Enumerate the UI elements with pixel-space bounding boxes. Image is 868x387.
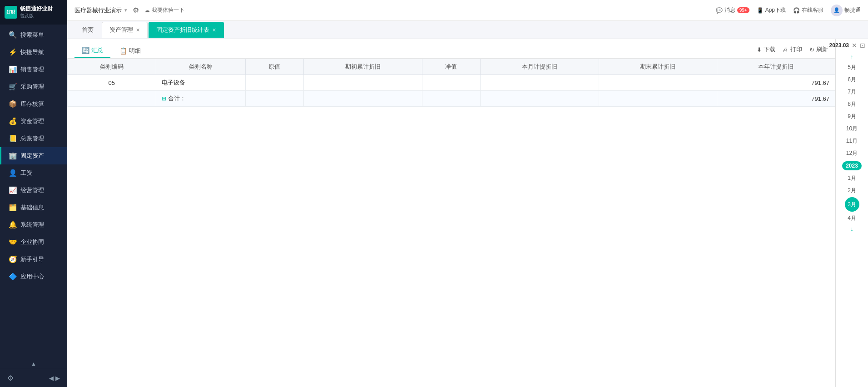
cell-net bbox=[422, 75, 481, 91]
subtotal-row: ⊞ 合计： 791.67 bbox=[68, 91, 835, 107]
sidebar-item-label: 工资 bbox=[20, 169, 32, 177]
sidebar: 好财 畅捷通好业财 普及版 🔍搜索菜单⚡快捷导航📊销售管理🛒采购管理📦库存核算💰… bbox=[0, 0, 67, 387]
content-area: 🔄 汇总 📋 明细 ⬇ 下载 🖨 打印 bbox=[67, 39, 835, 387]
settings-icon[interactable]: ⚙ bbox=[7, 374, 14, 382]
panel-close-icon[interactable]: ✕ bbox=[852, 42, 857, 49]
col-header-name: 类别名称 bbox=[156, 59, 245, 75]
app-title: 畅捷通好业财 bbox=[20, 5, 53, 13]
message-action[interactable]: 💬 消息 99+ bbox=[716, 6, 749, 14]
sidebar-item-operations[interactable]: 📈经营管理 bbox=[0, 182, 67, 199]
collapse-icon[interactable]: ◀ ▶ bbox=[49, 375, 60, 382]
inventory-icon: 📦 bbox=[9, 100, 17, 108]
sidebar-item-sales[interactable]: 📊销售管理 bbox=[0, 61, 67, 78]
app-download-action[interactable]: 📱 App下载 bbox=[757, 6, 786, 14]
summary-icon: 🔄 bbox=[82, 47, 89, 54]
top-header: 医疗器械行业演示 ▾ ⚙ ☁ 我要体验一下 💬 消息 99+ 📱 App下载 🎧… bbox=[67, 0, 868, 21]
cell-annual: 791.67 bbox=[717, 75, 835, 91]
sidebar-item-quick-nav[interactable]: ⚡快捷导航 bbox=[0, 44, 67, 61]
col-header-annual: 本年计提折旧 bbox=[717, 59, 835, 75]
app-download-label: App下载 bbox=[765, 6, 786, 14]
month-item[interactable]: 10月 bbox=[836, 123, 868, 135]
month-item[interactable]: 1月 bbox=[836, 172, 868, 184]
month-item[interactable]: 9月 bbox=[836, 110, 868, 123]
table-wrap: 类别编码 类别名称 原值 期初累计折旧 净值 本月计提折旧 期末累计折旧 本年计… bbox=[67, 59, 835, 387]
tabs-bar: 首页 资产管理 ✕ 固定资产折旧统计表 ✕ bbox=[67, 21, 868, 39]
quick-nav-icon: ⚡ bbox=[9, 48, 17, 56]
asset-tab-label: 资产管理 bbox=[109, 26, 133, 34]
sub-tab-detail[interactable]: 📋 明细 bbox=[112, 44, 148, 58]
experience-button[interactable]: ☁ 我要体验一下 bbox=[144, 6, 184, 14]
tab-asset-mgmt[interactable]: 资产管理 ✕ bbox=[102, 22, 148, 38]
sidebar-item-app-center[interactable]: 🔷应用中心 bbox=[0, 268, 67, 285]
sub-tabs: 🔄 汇总 📋 明细 ⬇ 下载 🖨 打印 bbox=[67, 39, 835, 59]
detail-label: 明细 bbox=[129, 47, 141, 55]
print-label: 打印 bbox=[790, 45, 802, 54]
sidebar-item-finance[interactable]: 💰资金管理 bbox=[0, 113, 67, 130]
print-button[interactable]: 🖨 打印 bbox=[783, 45, 802, 54]
message-label: 消息 bbox=[724, 6, 735, 14]
sidebar-item-ledger[interactable]: 📒总账管理 bbox=[0, 130, 67, 147]
col-header-end-dep: 期末累计折旧 bbox=[599, 59, 717, 75]
subtotal-end-dep bbox=[599, 91, 717, 107]
table-row: 05 电子设备 791.67 bbox=[68, 75, 835, 91]
sidebar-item-inventory[interactable]: 📦库存核算 bbox=[0, 95, 67, 113]
detail-icon: 📋 bbox=[119, 47, 127, 55]
sidebar-item-payroll[interactable]: 👤工资 bbox=[0, 164, 67, 182]
sidebar-item-purchase[interactable]: 🛒采购管理 bbox=[0, 78, 67, 95]
year-label[interactable]: 2023 bbox=[842, 161, 862, 170]
sidebar-item-basic-info[interactable]: 🗂️基础信息 bbox=[0, 199, 67, 216]
tab-home[interactable]: 首页 bbox=[74, 22, 101, 38]
user-profile[interactable]: 👤 畅捷通 bbox=[831, 5, 861, 16]
right-panel-top: 2023.03 ✕ ⊡ bbox=[836, 39, 868, 52]
subtotal-monthly bbox=[481, 91, 599, 107]
app-center-icon: 🔷 bbox=[9, 273, 17, 281]
sidebar-nav: 🔍搜索菜单⚡快捷导航📊销售管理🛒采购管理📦库存核算💰资金管理📒总账管理🏢固定资产… bbox=[0, 25, 67, 359]
customer-service-action[interactable]: 🎧 在线客服 bbox=[793, 6, 823, 14]
customer-service-label: 在线客服 bbox=[802, 6, 823, 14]
company-name: 医疗器械行业演示 bbox=[74, 6, 122, 15]
panel-scroll-up-icon[interactable]: ↑ bbox=[850, 53, 853, 60]
sub-tab-summary[interactable]: 🔄 汇总 bbox=[74, 44, 110, 58]
cell-name: 电子设备 bbox=[156, 75, 245, 91]
scroll-up-icon[interactable]: ▲ bbox=[31, 361, 36, 367]
month-item[interactable]: 12月 bbox=[836, 147, 868, 159]
month-item[interactable]: 8月 bbox=[836, 98, 868, 110]
col-header-code: 类别编码 bbox=[68, 59, 156, 75]
header-settings-icon[interactable]: ⚙ bbox=[133, 6, 139, 15]
subtotal-icon: ⊞ bbox=[162, 95, 166, 102]
sidebar-item-fixed-assets[interactable]: 🏢固定资产 bbox=[0, 147, 67, 164]
sidebar-item-enterprise[interactable]: 🤝企业协同 bbox=[0, 233, 67, 251]
right-panel-body: ↑ 5月6月7月8月9月10月11月12月20231月2月3月4月↓ bbox=[836, 52, 868, 387]
tab-depreciation-report[interactable]: 固定资产折旧统计表 ✕ bbox=[149, 22, 224, 38]
month-item[interactable]: 5月 bbox=[836, 61, 868, 74]
sidebar-item-label: 经营管理 bbox=[20, 186, 44, 194]
asset-tab-close-icon[interactable]: ✕ bbox=[136, 27, 140, 33]
month-item[interactable]: 11月 bbox=[836, 135, 868, 147]
month-item[interactable]: 4月 bbox=[836, 212, 868, 224]
guide-icon: 🧭 bbox=[9, 255, 17, 263]
depreciation-tab-label: 固定资产折旧统计表 bbox=[156, 26, 209, 34]
depreciation-table: 类别编码 类别名称 原值 期初累计折旧 净值 本月计提折旧 期末累计折旧 本年计… bbox=[67, 59, 835, 107]
sidebar-item-label: 采购管理 bbox=[20, 83, 44, 91]
company-selector[interactable]: 医疗器械行业演示 ▾ bbox=[74, 6, 127, 15]
ledger-icon: 📒 bbox=[9, 134, 17, 143]
sidebar-item-guide[interactable]: 🧭新手引导 bbox=[0, 251, 67, 268]
sidebar-item-label: 快捷导航 bbox=[20, 48, 44, 56]
sidebar-item-label: 库存核算 bbox=[20, 100, 44, 108]
refresh-button[interactable]: ↻ 刷新 bbox=[809, 45, 828, 54]
sidebar-item-search[interactable]: 🔍搜索菜单 bbox=[0, 26, 67, 44]
message-icon: 💬 bbox=[716, 7, 723, 14]
download-label: 下载 bbox=[764, 45, 775, 54]
panel-expand-icon[interactable]: ⊡ bbox=[860, 42, 865, 49]
month-item[interactable]: 7月 bbox=[836, 86, 868, 98]
panel-scroll-down-icon[interactable]: ↓ bbox=[850, 225, 853, 233]
month-item[interactable]: 6月 bbox=[836, 74, 868, 86]
download-button[interactable]: ⬇ 下载 bbox=[757, 45, 775, 54]
month-item[interactable]: 2月 bbox=[836, 184, 868, 197]
sidebar-item-label: 基础信息 bbox=[20, 203, 44, 212]
sidebar-item-system[interactable]: 🔔系统管理 bbox=[0, 216, 67, 233]
sidebar-title-wrap: 畅捷通好业财 普及版 bbox=[20, 5, 53, 19]
depreciation-tab-close-icon[interactable]: ✕ bbox=[212, 27, 216, 33]
selected-month-item[interactable]: 3月 bbox=[845, 197, 859, 212]
sidebar-item-label: 搜索菜单 bbox=[20, 31, 44, 39]
